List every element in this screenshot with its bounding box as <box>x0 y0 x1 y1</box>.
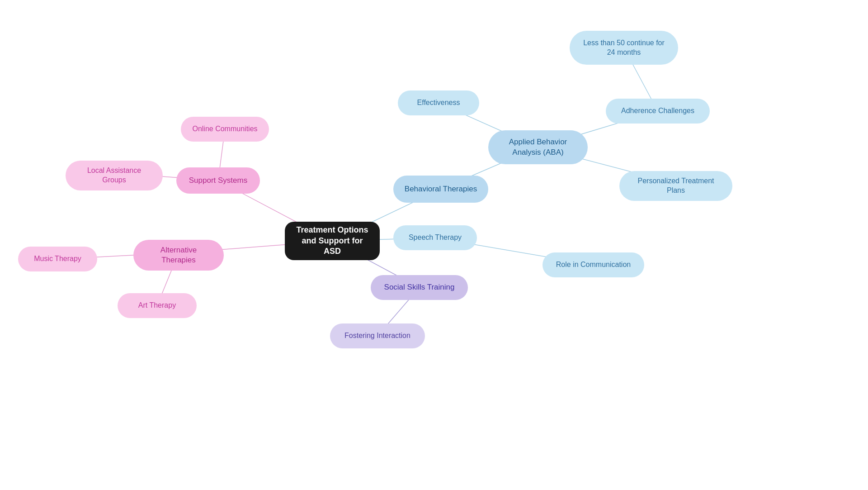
mindmap-node-aba: Applied Behavior Analysis (ABA) <box>488 130 588 164</box>
mindmap-node-behavioral_therapies: Behavioral Therapies <box>393 176 488 203</box>
mindmap-node-less_than_50: Less than 50 continue for 24 months <box>570 31 678 65</box>
mindmap-container: Treatment Options and Support for ASDBeh… <box>0 0 868 490</box>
mindmap-node-adherence_challenges: Adherence Challenges <box>606 99 710 124</box>
mindmap-node-alternative_therapies: Alternative Therapies <box>133 240 224 271</box>
mindmap-node-role_communication: Role in Communication <box>542 252 644 277</box>
mindmap-node-fostering_interaction: Fostering Interaction <box>330 323 425 348</box>
mindmap-node-online_communities: Online Communities <box>181 117 269 142</box>
mindmap-node-social_skills: Social Skills Training <box>371 275 468 300</box>
mindmap-node-center: Treatment Options and Support for ASD <box>285 222 380 260</box>
mindmap-node-support_systems: Support Systems <box>176 167 260 194</box>
mindmap-node-speech_therapy: Speech Therapy <box>393 225 477 250</box>
mindmap-node-local_assistance: Local Assistance Groups <box>66 161 163 190</box>
mindmap-node-personalized_treatment: Personalized Treatment Plans <box>619 171 732 201</box>
mindmap-node-effectiveness: Effectiveness <box>398 90 479 115</box>
mindmap-node-music_therapy: Music Therapy <box>18 247 97 271</box>
mindmap-node-art_therapy: Art Therapy <box>118 293 197 318</box>
